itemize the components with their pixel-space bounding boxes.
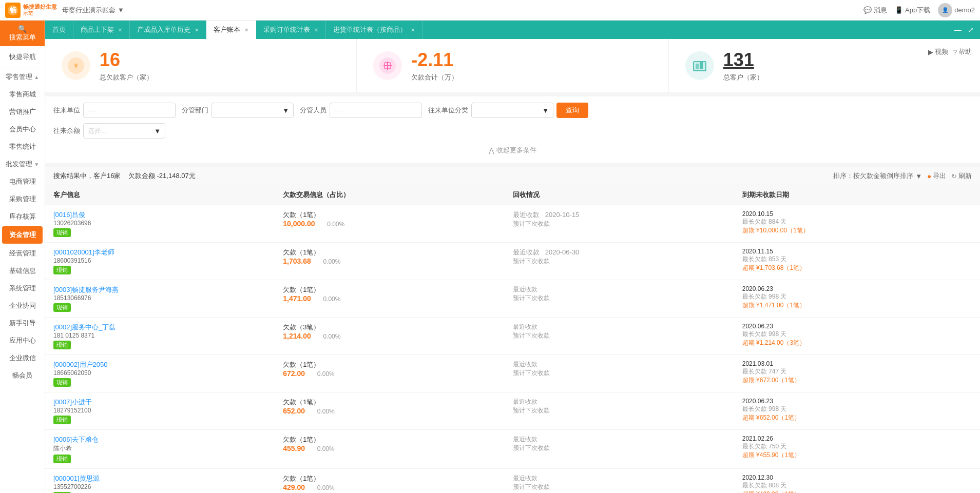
customer-link-3[interactable]: [0003]畅捷服务尹海燕 [53, 286, 119, 293]
stat-info-debt: -2.11 欠款合计（万） [411, 49, 458, 82]
sidebar-item-quick-nav[interactable]: 快捷导航 [0, 48, 45, 66]
sidebar-item-system[interactable]: 系统管理 [0, 280, 45, 297]
sidebar-item-newbie[interactable]: 新手引导 [0, 314, 45, 332]
stat-card-total: 131 总客户（家） ▶ 视频 ? 帮助 [669, 39, 980, 92]
refresh-btn[interactable]: ↻ 刷新 [951, 171, 972, 181]
customer-link-7[interactable]: [0006]去下粮仓 [53, 436, 99, 443]
stat-label-customers: 总欠款客户（家） [100, 73, 153, 82]
sidebar-item-retail-mall[interactable]: 零售商城 [0, 86, 45, 103]
sidebar-item-retail-mgmt[interactable]: 零售管理 ▲ [0, 68, 45, 86]
customer-link-6[interactable]: [0007]小进干 [53, 398, 92, 406]
filter-source-unit-label: 往来单位 [53, 106, 80, 115]
tab-maximize-icon[interactable]: ⤢ [966, 26, 976, 34]
customer-link-2[interactable]: [0001020001]李老师 [53, 248, 114, 256]
overdue-link-2[interactable]: 超期 ¥1,703.68（1笔） [742, 264, 972, 272]
sort-select[interactable]: 排序：按欠款金额倒序排序 ▼ [833, 171, 922, 181]
query-button[interactable]: 查询 [556, 103, 588, 118]
cell-due-6: 2020.06.23 最长欠款 998 天 超期 ¥652.00（1笔） [742, 398, 972, 422]
tab-product-listing[interactable]: 商品上下架 ✕ [73, 21, 130, 39]
filter-source-unit-input[interactable]: ··· [83, 103, 176, 118]
filter-balance-select[interactable]: 选择... ▼ [83, 123, 165, 139]
sidebar-item-wechat[interactable]: 企业微信 [0, 349, 45, 367]
sidebar-item-wholesale[interactable]: 批发管理 ▼ [0, 155, 45, 173]
message-btn[interactable]: 💬 消息 [863, 6, 887, 15]
cell-due-2: 2020.11.15 最长欠款 853 天 超期 ¥1,703.68（1笔） [742, 248, 972, 272]
tab-purchase-order[interactable]: 采购订单统计表 ✕ [256, 21, 326, 39]
tab-close-purchase-stats[interactable]: ✕ [411, 27, 415, 33]
overdue-link-7[interactable]: 超期 ¥455.90（1笔） [742, 451, 972, 460]
cell-recall-2: 最近收款 2020-06-30 预计下次收款 [513, 248, 742, 266]
filter-source-unit: 往来单位 ··· [53, 103, 176, 118]
sidebar-item-marketing[interactable]: 营销推广 [0, 103, 45, 121]
cell-customer-8: [000001]黄思源 13552700226 现销 [53, 474, 283, 493]
sidebar-item-apps[interactable]: 应用中心 [0, 332, 45, 349]
overdue-link-5[interactable]: 超期 ¥672.00（1笔） [742, 376, 972, 385]
sidebar-item-purchase[interactable]: 采购管理 [0, 190, 45, 208]
sidebar-item-vip[interactable]: 畅会员 [0, 367, 45, 384]
sidebar-item-inventory[interactable]: 库存核算 [0, 208, 45, 225]
overdue-link-4[interactable]: 超期 ¥1,214.00（3笔） [742, 339, 972, 347]
cell-recall-7: 最近收款 预计下次收款 [513, 435, 742, 452]
table-row: [0007]小进干 18279152100 现销 欠款（1笔） 652.00 0… [45, 392, 980, 430]
tab-minimize-icon[interactable]: — [952, 26, 964, 34]
customer-link-1[interactable]: [0016]吕俊 [53, 211, 85, 219]
user-avatar-btn[interactable]: 👤 demo2 [938, 3, 975, 17]
sidebar-item-member[interactable]: 会员中心 [0, 121, 45, 138]
tab-close-purchase[interactable]: ✕ [314, 27, 318, 33]
tab-close-product-listing[interactable]: ✕ [118, 27, 122, 33]
tab-production-history[interactable]: 产成品入库单历史 ✕ [130, 21, 206, 39]
sidebar-item-finance[interactable]: 资金管理 [2, 226, 43, 244]
cell-due-3: 2020.06.23 最长欠款 998 天 超期 ¥1,471.00（1笔） [742, 285, 972, 310]
customer-link-8[interactable]: [000001]黄思源 [53, 475, 100, 482]
table-header: 客户信息 欠款交易信息（占比） 回收情况 到期未收款日期 [45, 185, 980, 205]
sidebar-search[interactable]: 🔍 搜索菜单 [0, 21, 45, 46]
overdue-link-3[interactable]: 超期 ¥1,471.00（1笔） [742, 301, 972, 310]
tab-close-customer[interactable]: ✕ [244, 27, 248, 33]
col-header-due: 到期未收款日期 [742, 190, 972, 200]
collapse-btn[interactable]: ⋀ 收起更多条件 [487, 144, 539, 157]
overdue-link-8[interactable]: 超期 ¥429.00（1笔） [742, 490, 972, 493]
sidebar-item-retail-stats[interactable]: 零售统计 [0, 138, 45, 155]
filter-dept-arrow: ▼ [282, 107, 289, 114]
svg-text:畅: 畅 [10, 6, 16, 14]
sidebar-item-enterprise[interactable]: 企业协同 [0, 297, 45, 314]
sidebar-item-operations[interactable]: 经营管理 [0, 245, 45, 262]
help-btn[interactable]: ? 帮助 [953, 47, 972, 56]
sidebar-quick-nav[interactable]: 快捷导航 [0, 46, 45, 68]
table-row: [0003]畅捷服务尹海燕 18513066976 现销 欠款（1笔） 1,47… [45, 280, 980, 318]
customer-link-4[interactable]: [0002]服务中心_丁磊 [53, 323, 116, 331]
filter-dept-select[interactable]: ▼ [212, 103, 294, 118]
filter-balance-arrow: ▼ [154, 127, 161, 135]
table-row-5: [000002]用户2050 18665062050 现销 欠款（1笔） 672… [45, 355, 980, 392]
tab-purchase-stats[interactable]: 进货单统计表（按商品） ✕ [326, 21, 422, 39]
export-btn[interactable]: ● 导出 [927, 171, 946, 181]
filter-unit-class-select[interactable]: ▼ [471, 103, 553, 118]
main-content: 首页 商品上下架 ✕ 产成品入库单历史 ✕ 客户账本 ✕ 采购订单统计表 ✕ 进… [45, 21, 980, 493]
table-row: [0006]去下粮仓 陈小希 现销 欠款（1笔） 455.90 0.00% [45, 430, 980, 469]
filter-person-input[interactable]: ··· [330, 103, 422, 118]
debt-percent-1: 0.00% [327, 221, 344, 228]
table-row: [0002]服务中心_丁磊 181 0125 8371 现销 欠款（3笔） 1,… [45, 318, 980, 355]
cell-customer-1: [0016]吕俊 13026203696 现销 [53, 210, 283, 237]
sidebar-item-ecommerce[interactable]: 电商管理 [0, 173, 45, 190]
store-name[interactable]: 母婴行业演示账套 ▼ [62, 6, 124, 15]
sidebar-item-basic-info[interactable]: 基础信息 [0, 262, 45, 280]
col-header-debt: 欠款交易信息（占比） [283, 190, 512, 200]
overdue-link-1[interactable]: 超期 ¥10,000.00（1笔） [742, 226, 972, 235]
overdue-link-6[interactable]: 超期 ¥652.00（1笔） [742, 413, 972, 422]
tab-home[interactable]: 首页 [45, 21, 73, 39]
cell-due-7: 2021.02.26 最长欠款 750 天 超期 ¥455.90（1笔） [742, 435, 972, 460]
stat-card-customers: ¥ 16 总欠款客户（家） [45, 39, 357, 92]
filter-balance: 往来余额 选择... ▼ [53, 123, 165, 139]
video-btn[interactable]: ▶ 视频 [928, 47, 948, 56]
col-header-customer: 客户信息 [53, 190, 283, 200]
cell-customer-7: [0006]去下粮仓 陈小希 现销 [53, 435, 283, 463]
tab-bar-end: — ⤢ [952, 26, 980, 34]
top-bar-right: 💬 消息 📱 App下载 👤 demo2 [863, 3, 975, 17]
debt-count-1: 欠款（1笔） [283, 210, 512, 220]
tab-close-production[interactable]: ✕ [195, 27, 199, 33]
tab-customer-account[interactable]: 客户账本 ✕ [206, 21, 256, 39]
customer-link-5[interactable]: [000002]用户2050 [53, 361, 108, 368]
app-download-btn[interactable]: 📱 App下载 [895, 6, 930, 15]
logo-text: 畅捷通好生意 [23, 4, 57, 10]
